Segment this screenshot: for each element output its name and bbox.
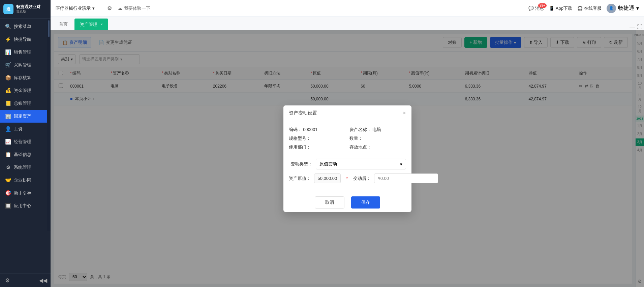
modal-cancel-btn[interactable]: 取消 [315,196,344,209]
app-download-label: App下载 [556,5,572,11]
message-badge: 99+ [538,3,547,8]
sidebar-item-label: 资金管理 [14,88,31,94]
sidebar-item-guide[interactable]: 🎯 新手引导 [0,187,51,199]
sidebar-item-payroll[interactable]: 👤 工资 [0,123,51,135]
modal-close-btn[interactable]: × [403,110,406,116]
collapse-icon[interactable]: ◀◀ [39,277,47,284]
sidebar-footer: ⚙ ◀◀ [0,274,51,287]
sidebar-item-funds[interactable]: 💰 资金管理 [0,84,51,97]
maximize-icon[interactable]: ⛶ [637,24,642,30]
sidebar-item-system[interactable]: ⚙ 系统管理 [0,161,51,174]
app-subtitle: 普及版 [16,9,40,14]
funds-icon: 💰 [5,88,11,94]
tab-home[interactable]: 首页 [54,19,73,30]
modal-location-field: 存放地点： [349,144,406,150]
tab-home-label: 首页 [59,21,68,27]
after-value-input[interactable] [374,173,438,183]
after-label: 变动后： [353,176,371,182]
topbar-settings-icon[interactable]: ⚙ [107,5,112,11]
modal-qty-field: 数量： [349,135,406,141]
modal-name-label: 资产名称： [349,127,371,132]
modal-name-value: 电脑 [372,127,381,132]
modal-overlay: 资产变动设置 × 编码： 000001 资产名称： [51,30,644,287]
sidebar-item-sales[interactable]: 📊 销售管理 [0,46,51,59]
sidebar-item-label: 快捷导航 [14,36,31,42]
company-name: 医疗器械行业演示 [56,5,91,11]
user-chevron-icon: ▾ [636,5,639,11]
sidebar-item-search[interactable]: 🔍 搜索菜单 [0,20,51,33]
try-btn[interactable]: ☁ 我要体验一下 [118,5,150,11]
purchase-icon: 🛒 [5,62,11,68]
sidebar-item-purchase[interactable]: 🛒 采购管理 [0,59,51,71]
sidebar-item-label: 系统管理 [14,164,31,170]
sidebar-item-basic-info[interactable]: 📋 基础信息 [0,148,51,161]
quicknav-icon: ⚡ [5,36,11,42]
change-type-value: 原值变动 [319,161,337,167]
ledger-icon: 📒 [5,100,11,106]
app-download-btn[interactable]: 📱 App下载 [549,5,572,11]
change-type-label: 变动类型： [289,161,312,167]
modal-dept-label: 使用部门： [289,145,311,150]
settings-footer-icon[interactable]: ⚙ [5,277,10,284]
sidebar-item-business[interactable]: 📈 经营管理 [0,135,51,148]
app-logo-icon: 通 [3,4,13,14]
sales-icon: 📊 [5,49,11,55]
sidebar-item-fixed-assets[interactable]: 🏢 固定资产 [0,110,51,123]
modal-body: 编码： 000001 资产名称： 电脑 规格型号 [283,121,411,193]
sidebar-item-enterprise[interactable]: 🤝 企业协同 [0,174,51,187]
modal-spec-label: 规格型号： [289,136,311,141]
sidebar: 通 畅捷通好业财 普及版 🔍 搜索菜单 ⚡ 快捷导航 📊 销售管理 🛒 采购管理… [0,0,51,287]
enterprise-icon: 🤝 [5,177,11,183]
topbar-right: 💬 消息 99+ 📱 App下载 🎧 在线客服 👤 畅捷通 ▾ [528,4,639,13]
tab-close-icon[interactable]: × [101,23,103,26]
app-title: 畅捷通好业财 [16,4,40,9]
modal-qty-label: 数量： [349,136,363,141]
sidebar-item-label: 总账管理 [14,100,31,106]
required-star: * [346,176,348,181]
topbar-divider [101,5,101,12]
try-icon: ☁ [118,6,122,11]
modal-dept-field: 使用部门： [289,144,345,150]
sidebar-item-label: 工资 [14,126,23,132]
sidebar-item-ledger[interactable]: 📒 总账管理 [0,97,51,110]
modal-name-field: 资产名称： 电脑 [349,127,406,133]
modal-divider [289,155,406,155]
app-title-block: 畅捷通好业财 普及版 [16,4,40,14]
modal-title: 资产变动设置 [289,110,317,116]
sidebar-item-label: 基础信息 [14,152,31,158]
modal-code-field: 编码： 000001 [289,127,345,133]
minimize-icon[interactable]: — [630,24,635,30]
original-value-row: 资产原值： 50,000.00 * 变动后： [289,173,406,183]
sidebar-item-label: 应用中心 [14,203,31,209]
modal-code-value: 000001 [303,127,317,132]
sidebar-item-app-center[interactable]: 🔲 应用中心 [0,199,51,212]
tab-asset-management[interactable]: 资产管理 × [74,19,108,30]
tabs-bar: 首页 资产管理 × — ⛶ [51,17,644,30]
original-value-label: 资产原值： [289,176,311,182]
search-icon: 🔍 [5,24,11,30]
sidebar-item-label: 销售管理 [14,49,31,55]
guide-icon: 🎯 [5,190,11,196]
message-btn[interactable]: 💬 消息 99+ [528,5,544,11]
change-type-select[interactable]: 原值变动 ▾ [316,159,406,169]
company-selector[interactable]: 医疗器械行业演示 ▾ [56,5,95,11]
payroll-icon: 👤 [5,126,11,132]
service-label: 在线客服 [584,5,602,11]
modal-save-btn[interactable]: 保存 [351,196,380,209]
sidebar-item-quicknav[interactable]: ⚡ 快捷导航 [0,33,51,46]
change-type-chevron-icon: ▾ [400,162,402,167]
sidebar-header: 通 畅捷通好业财 普及版 [0,0,51,19]
modal-info-grid: 编码： 000001 资产名称： 电脑 规格型号 [289,127,406,150]
username: 畅捷通 [618,5,634,12]
message-icon: 💬 [528,6,534,11]
service-btn[interactable]: 🎧 在线客服 [577,5,602,11]
sidebar-nav: 🔍 搜索菜单 ⚡ 快捷导航 📊 销售管理 🛒 采购管理 📦 库存核算 💰 资金管… [0,19,51,274]
tab-asset-label: 资产管理 [80,22,97,28]
modal-footer: 取消 保存 [283,193,411,212]
sidebar-item-inventory[interactable]: 📦 库存核算 [0,71,51,84]
user-menu[interactable]: 👤 畅捷通 ▾ [607,4,639,13]
inventory-icon: 📦 [5,75,11,81]
app-download-icon: 📱 [549,6,554,11]
original-value-display: 50,000.00 [314,173,341,183]
modal-header: 资产变动设置 × [283,105,411,121]
